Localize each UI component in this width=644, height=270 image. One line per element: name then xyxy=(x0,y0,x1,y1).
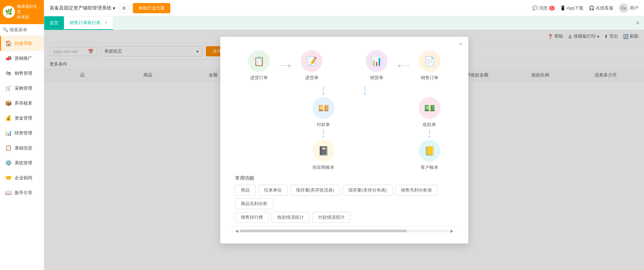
sidebar-item-operations[interactable]: 📊 经营管理 xyxy=(0,126,44,141)
sales-order-icon: 📄 xyxy=(419,50,440,72)
beginner-icon: 📖 xyxy=(5,190,12,196)
basic-info-icon: 📋 xyxy=(5,145,12,151)
sales-icon: 🛍 xyxy=(5,70,12,77)
func-btn-goods-margin[interactable]: 商品毛利分析 xyxy=(235,198,273,209)
supplier-ledger-icon: 📓 xyxy=(313,140,334,162)
inventory-icon: 📦 xyxy=(5,100,12,107)
home-icon: 🏠 xyxy=(5,40,12,47)
search-icon: 🔍 xyxy=(3,27,8,32)
inbound-icon: 📝 xyxy=(301,50,323,72)
header: 装备及固定资产辅助管理系统 ▾ ⚙ 体验行业方案 💬 消息 5 📱 App下载 … xyxy=(44,0,644,16)
flow-item-sales-order[interactable]: 📄 销售订单 xyxy=(409,50,450,81)
settings-gear-button[interactable]: ⚙ xyxy=(119,3,129,13)
sidebar-item-corp[interactable]: 🤝 企业协同 xyxy=(0,170,44,185)
func-buttons-row2: 销售排行榜 收款情况统计 付款情况统计 xyxy=(235,212,453,223)
operations-icon: 📊 xyxy=(5,130,12,137)
arrow-salesorder-to-sales: ◀ xyxy=(397,63,409,68)
flow-item-inbound[interactable]: 📝 进货单 xyxy=(291,50,332,81)
system-icon: ⚙️ xyxy=(5,160,12,166)
download-icon: 📱 xyxy=(560,5,565,11)
close-all-tabs-icon[interactable]: ✕ xyxy=(636,20,640,26)
sidebar-logo: 🌿 畅康通好生意 标准版 xyxy=(0,0,44,24)
flow-item-payment[interactable]: 💴 付款单 xyxy=(303,97,344,128)
flow-modal: × 📋 进货订单 ▶ xyxy=(220,37,468,244)
scrollbar-track[interactable] xyxy=(240,230,449,232)
arrow-payment-to-supplier: ▼ xyxy=(303,129,344,139)
common-functions-section: 常用功能 商品 往来单位 现存量(库存状况表) 现存量(库存分布表) 销售毛利分… xyxy=(228,172,460,226)
avatar: Ea xyxy=(619,3,628,13)
func-btn-receipt-stats[interactable]: 收款情况统计 xyxy=(272,212,310,223)
arrow-sales-to-receipt: ▼ xyxy=(345,86,385,96)
flow-item-supplier-ledger[interactable]: 📓 供应商账本 xyxy=(303,140,344,170)
tab-close-icon[interactable]: ✕ xyxy=(105,21,107,24)
func-btn-goods[interactable]: 商品 xyxy=(235,185,256,196)
flow-diagram: 📋 进货订单 ▶ 📝 进货单 xyxy=(228,45,460,172)
sidebar: 🌿 畅康通好生意 标准版 🔍 搜索菜单 🏠 快捷导航 📣 营销推广 🛍 销售管理 xyxy=(0,0,44,270)
func-buttons: 商品 往来单位 现存量(库存状况表) 现存量(库存分布表) 销售毛利分析表 商品… xyxy=(235,185,453,209)
main-area: 装备及固定资产辅助管理系统 ▾ ⚙ 体验行业方案 💬 消息 5 📱 App下载 … xyxy=(44,0,644,270)
sidebar-item-purchase[interactable]: 🛒 采购管理 xyxy=(0,81,44,96)
modal-scrollbar: ◀ ▶ xyxy=(228,226,460,235)
sidebar-search[interactable]: 🔍 搜索菜单 xyxy=(0,24,44,36)
func-btn-partners[interactable]: 往来单位 xyxy=(258,185,288,196)
header-right: 💬 消息 5 📱 App下载 🎧 在线客服 Ea 用户 xyxy=(532,3,639,13)
system-title-dropdown[interactable]: 装备及固定资产辅助管理系统 ▾ xyxy=(50,5,115,11)
sidebar-item-quick-nav[interactable]: 🏠 快捷导航 xyxy=(0,36,44,51)
marketing-icon: 📣 xyxy=(5,55,12,62)
func-btn-stock-status[interactable]: 现存量(库存状况表) xyxy=(290,185,340,196)
logo-icon: 🌿 xyxy=(3,6,15,18)
func-btn-sales-ranking[interactable]: 销售排行榜 xyxy=(235,212,269,223)
message-icon: 💬 xyxy=(532,5,538,11)
online-service-btn[interactable]: 🎧 在线客服 xyxy=(589,5,613,11)
experience-btn[interactable]: 体验行业方案 xyxy=(133,3,170,13)
content-area: ❓ 帮助 🖨 按模板打印 ▾ ⬆ 导出 🔄 xyxy=(44,30,644,270)
flow-item-sales[interactable]: 📊 销货单 xyxy=(356,50,397,81)
corp-icon: 🤝 xyxy=(5,175,12,181)
flow-item-receipt[interactable]: 💵 收款单 xyxy=(409,97,450,128)
sidebar-nav: 🏠 快捷导航 📣 营销推广 🛍 销售管理 🛒 采购管理 📦 库存核算 💰 xyxy=(0,36,44,270)
func-btn-stock-dist[interactable]: 现存量(库存分布表) xyxy=(343,185,393,196)
finance-icon: 💰 xyxy=(5,115,12,122)
message-btn[interactable]: 💬 消息 5 xyxy=(532,5,555,11)
tab-home[interactable]: 首页 xyxy=(44,16,64,30)
purchase-order-icon: 📋 xyxy=(248,50,270,72)
sidebar-item-basic-info[interactable]: 📋 基础信息 xyxy=(0,141,44,156)
sidebar-item-system[interactable]: ⚙️ 系统管理 xyxy=(0,156,44,170)
tab-sales-exec[interactable]: 销售订单执行表 ✕ xyxy=(64,16,113,30)
modal-overlay[interactable]: × 📋 进货订单 ▶ xyxy=(44,30,644,270)
scroll-right-btn[interactable]: ▶ xyxy=(450,229,453,233)
sidebar-item-inventory[interactable]: 📦 库存核算 xyxy=(0,96,44,111)
scrollbar-thumb xyxy=(240,230,407,232)
receipt-icon: 💵 xyxy=(419,97,440,119)
chevron-down-icon: ▾ xyxy=(113,5,115,11)
common-functions-title: 常用功能 xyxy=(235,175,453,181)
modal-close-btn[interactable]: × xyxy=(457,40,465,48)
func-btn-payment-stats[interactable]: 付款情况统计 xyxy=(312,212,350,223)
app-download-btn[interactable]: 📱 App下载 xyxy=(560,5,584,11)
user-menu[interactable]: Ea 用户 xyxy=(619,3,639,13)
arrow-receipt-to-customer: ▼ xyxy=(409,129,450,139)
headset-icon: 🎧 xyxy=(589,5,594,11)
customer-ledger-icon: 📒 xyxy=(419,140,440,162)
scroll-left-btn[interactable]: ◀ xyxy=(235,229,238,233)
sales-icon: 📊 xyxy=(366,50,387,72)
flow-item-customer-ledger[interactable]: 📒 客户账本 xyxy=(409,140,450,170)
flow-item-purchase-order[interactable]: 📋 进货订单 xyxy=(239,50,279,81)
sidebar-item-finance[interactable]: 💰 资金管理 xyxy=(0,111,44,126)
logo-text: 畅康通好生意 标准版 xyxy=(17,4,41,20)
payment-icon: 💴 xyxy=(313,97,334,119)
purchase-icon: 🛒 xyxy=(5,85,12,92)
func-btn-sales-margin[interactable]: 销售毛利分析表 xyxy=(395,185,438,196)
arrow-inbound-to-payment: ▼ xyxy=(303,86,344,96)
sidebar-item-beginner[interactable]: 📖 新手引导 xyxy=(0,185,44,200)
tabs-bar: 首页 销售订单执行表 ✕ ✕ xyxy=(44,16,644,30)
sidebar-item-sales[interactable]: 🛍 销售管理 xyxy=(0,66,44,81)
sidebar-item-marketing[interactable]: 📣 营销推广 xyxy=(0,51,44,66)
arrow-purchase-to-inbound: ▶ xyxy=(279,63,292,68)
